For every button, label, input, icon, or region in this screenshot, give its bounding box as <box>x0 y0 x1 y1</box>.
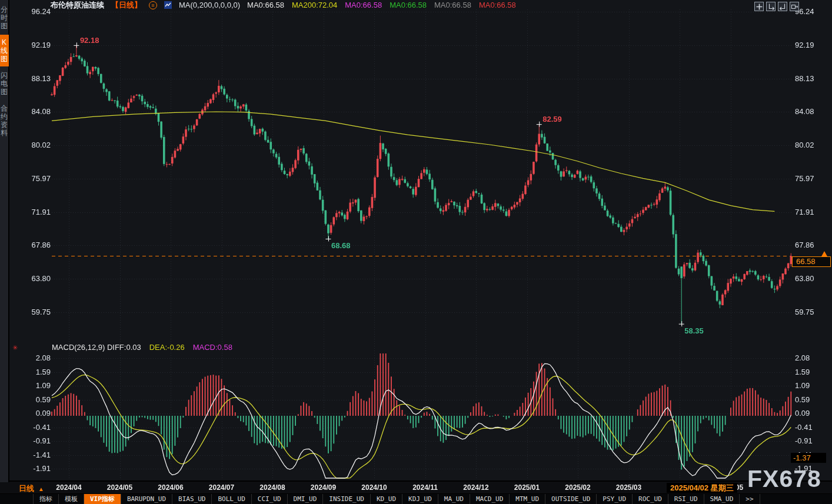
period-label: 日线 <box>19 483 34 494</box>
toolbar-tab-CCI_UD[interactable]: CCI_UD <box>251 494 287 504</box>
toolbar-tab-MA_UD[interactable]: MA_UD <box>438 494 470 504</box>
instrument-title: 布伦特原油连续 <box>51 0 104 11</box>
ma-value-3: MA0:66.58 <box>390 1 427 9</box>
ma-settings-label: MA(0,200,0,0,0,0) <box>179 1 240 9</box>
toolbar-tab-OUTSIDE_UD[interactable]: OUTSIDE_UD <box>545 494 596 504</box>
toolbar-tab-BIAS_UD[interactable]: BIAS_UD <box>172 494 211 504</box>
ma-value-2: MA0:66.58 <box>345 1 382 9</box>
toolbar-tab-BOLL_UD[interactable]: BOLL_UD <box>211 494 251 504</box>
sidebar-item-分时图[interactable]: 分 时 图 <box>0 2 9 34</box>
crosshair-date-tooltip: 2025/04/02 星期三 <box>667 483 737 493</box>
toolbar-tab-指标[interactable]: 指标 <box>33 494 58 504</box>
ma-value-1: MA200:72.04 <box>292 1 337 9</box>
toolbar-tab->>[interactable]: >> <box>739 494 760 504</box>
y-axis-left-icon[interactable] <box>766 2 776 11</box>
chart-style-icon[interactable] <box>164 1 172 9</box>
toolbar-tab-KDJ_UD[interactable]: KDJ_UD <box>402 494 438 504</box>
crosshair-move-icon[interactable] <box>754 2 764 11</box>
macd-header-part-0: MACD(26,12,9) DIFF:0.03 <box>52 343 141 352</box>
sidebar-item-闪电图[interactable]: 闪 电 图 <box>0 68 9 99</box>
toolbar-tab-VIP指标[interactable]: VIP指标 <box>84 494 121 504</box>
toolbar-tab-模板[interactable]: 模板 <box>58 494 84 504</box>
toolbar-tab-PSY_UD[interactable]: PSY_UD <box>596 494 632 504</box>
trading-app-window: 布伦特原油连续 【日线】 ≡ MA(0,200,0,0,0,0) MA0:66.… <box>0 0 832 504</box>
period-tag: 【日线】 <box>111 0 142 11</box>
ma-values-group: MA0:66.58MA200:72.04MA0:66.58MA0:66.58MA… <box>247 1 516 9</box>
toolbar-tab-RSI_UD[interactable]: RSI_UD <box>668 494 704 504</box>
toolbar-tab-INSIDE_UD[interactable]: INSIDE_UD <box>322 494 370 504</box>
macd-crosshair-value-box: -1.37 <box>791 453 826 463</box>
toolbar-tab-ROC_UD[interactable]: ROC_UD <box>632 494 668 504</box>
macd-header-part-1: DEA:-0.26 <box>149 343 185 352</box>
period-arrow-icon: ▲ <box>38 486 44 492</box>
indicator-toolbar: 指标模板VIP指标BARUPDN_UDBIAS_UDBOLL_UDCCI_UDD… <box>0 493 832 504</box>
toolbar-tab-MTM_UD[interactable]: MTM_UD <box>509 494 545 504</box>
pane-expand-icon[interactable] <box>790 2 799 11</box>
sidebar-item-K线图[interactable]: K 线 图 <box>0 35 9 66</box>
toolbar-tab-BARUPDN_UD[interactable]: BARUPDN_UD <box>121 494 172 504</box>
chart-type-sidebar: 分 时 图K 线 图闪 电 图合 约 资 料 <box>0 0 9 482</box>
macd-header-part-2: MACD:0.58 <box>193 343 232 352</box>
indicator-alert-icon[interactable]: ✳ <box>12 344 18 352</box>
macd-indicator-header: MACD(26,12,9) DIFF:0.03DEA:-0.26MACD:0.5… <box>52 343 232 352</box>
brand-watermark: FX678 <box>747 465 821 493</box>
toolbar-tab-KD_UD[interactable]: KD_UD <box>370 494 402 504</box>
ma-value-0: MA0:66.58 <box>247 1 284 9</box>
toolbar-tab-DMI_UD[interactable]: DMI_UD <box>287 494 323 504</box>
chart-window-icons <box>754 2 799 11</box>
chart-header: 布伦特原油连续 【日线】 ≡ MA(0,200,0,0,0,0) MA0:66.… <box>51 0 516 10</box>
period-selector[interactable]: 日线 ▲ <box>19 483 44 494</box>
instrument-menu-icon[interactable]: ≡ <box>149 1 157 9</box>
toolbar-tab-SMA_UD[interactable]: SMA_UD <box>704 494 740 504</box>
y-axis-right-icon[interactable] <box>778 2 787 11</box>
toolbar-tab-MACD_UD[interactable]: MACD_UD <box>470 494 509 504</box>
ma-value-5: MA0:66.58 <box>479 1 516 9</box>
sidebar-item-合约资料[interactable]: 合 约 资 料 <box>0 101 9 141</box>
last-price-axis-box: 66.58 <box>792 256 831 267</box>
candlestick-macd-chart-canvas[interactable] <box>0 0 832 504</box>
ma-value-4: MA0:66.58 <box>434 1 471 9</box>
